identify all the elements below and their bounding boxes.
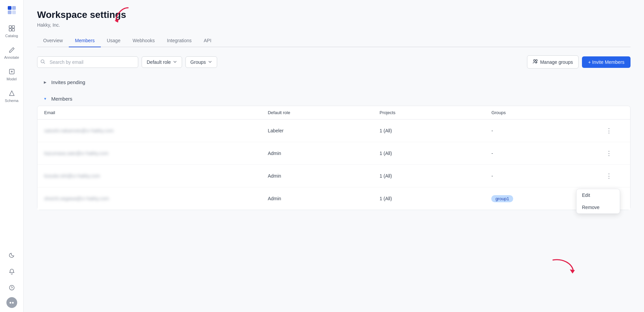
table-row: shoichi.segawa@cr-hakky.com Admin 1 (All…	[37, 187, 630, 210]
row1-more-button[interactable]: ⋮	[603, 126, 615, 136]
row2-projects: 1 (All)	[380, 151, 492, 156]
moon-icon	[8, 251, 16, 259]
svg-point-10	[41, 60, 44, 63]
groups-dropdown[interactable]: Groups	[185, 56, 217, 68]
row2-email: kazumasa.sato@cr-hakky.com	[44, 151, 268, 156]
schema-icon	[8, 89, 16, 97]
header-role: Default role	[268, 110, 380, 115]
context-menu-remove[interactable]: Remove	[577, 201, 620, 213]
table-header: Email Default role Projects Groups	[37, 106, 630, 120]
invites-pending-header[interactable]: Invites pending	[37, 75, 631, 89]
avatar[interactable]: ●●	[6, 297, 17, 308]
tab-overview[interactable]: Overview	[37, 34, 69, 47]
toolbar-right: Manage groups + Invite Members	[527, 55, 631, 69]
main-content: Workspace settings Hakky, Inc. Overview …	[24, 0, 644, 312]
sidebar-item-catalog-label: Catalog	[5, 34, 18, 38]
svg-marker-14	[570, 269, 575, 274]
toolbar-left: Default role Groups	[37, 56, 217, 68]
svg-rect-0	[8, 6, 11, 10]
svg-rect-5	[12, 26, 14, 28]
sidebar-item-notifications[interactable]	[2, 265, 21, 278]
tab-webhooks[interactable]: Webhooks	[126, 34, 161, 47]
default-role-label: Default role	[147, 59, 171, 65]
chevron-down-icon	[173, 59, 177, 65]
chevron-down-members-icon	[42, 96, 48, 102]
header-email: Email	[44, 110, 268, 115]
sidebar-item-annotate-label: Annotate	[4, 55, 19, 59]
avatar-initials: ●●	[9, 300, 14, 305]
row1-projects: 1 (All)	[380, 128, 492, 133]
header-projects: Projects	[380, 110, 492, 115]
tab-integrations[interactable]: Integrations	[161, 34, 198, 47]
page-title: Workspace settings	[37, 9, 631, 20]
tab-api[interactable]: API	[198, 34, 217, 47]
catalog-icon	[8, 24, 16, 32]
svg-rect-4	[9, 26, 11, 28]
row1-groups: -	[491, 128, 603, 133]
row2-more-button[interactable]: ⋮	[603, 148, 615, 158]
sidebar-item-catalog[interactable]: Catalog	[2, 22, 21, 41]
app-logo[interactable]	[6, 4, 18, 16]
sidebar-item-model-label: Model	[7, 77, 17, 81]
context-menu-edit[interactable]: Edit	[577, 189, 620, 201]
search-icon	[40, 59, 45, 65]
table-row: kazumasa.sato@cr-hakky.com Admin 1 (All)…	[37, 142, 630, 165]
sidebar-item-model[interactable]: Model	[2, 65, 21, 84]
chevron-right-icon	[42, 80, 48, 85]
row4-role: Admin	[268, 196, 380, 201]
sidebar-item-schema[interactable]: Schema	[2, 86, 21, 105]
row2-role: Admin	[268, 151, 380, 156]
row2-actions: ⋮	[603, 148, 623, 158]
row3-groups: -	[491, 173, 603, 179]
svg-rect-2	[8, 10, 11, 14]
members-header[interactable]: Members	[37, 92, 631, 106]
search-input[interactable]	[37, 56, 138, 68]
row3-more-button[interactable]: ⋮	[603, 171, 615, 181]
groups-label: Groups	[191, 59, 206, 65]
chevron-down-icon-groups	[208, 59, 212, 65]
row1-email: satoshi.nakamoto@cr-hakky.com	[44, 128, 268, 133]
tab-members[interactable]: Members	[69, 34, 100, 47]
question-icon	[8, 284, 16, 292]
header-actions	[603, 110, 623, 115]
invite-members-label: + Invite Members	[588, 59, 624, 65]
header-groups: Groups	[491, 110, 603, 115]
sidebar-item-annotate[interactable]: Annotate	[2, 43, 21, 62]
page-subtitle: Hakky, Inc.	[37, 22, 631, 28]
sidebar-item-darkmode[interactable]	[2, 249, 21, 262]
row3-role: Admin	[268, 173, 380, 179]
bell-icon	[8, 267, 16, 276]
row3-actions: ⋮	[603, 171, 623, 181]
model-icon	[8, 68, 16, 76]
svg-rect-6	[9, 29, 11, 31]
invites-pending-section: Invites pending	[37, 75, 631, 89]
row4-email: shoichi.segawa@cr-hakky.com	[44, 196, 268, 201]
row3-email: kosuke.ishi@cr-hakky.com	[44, 173, 268, 179]
table-row: satoshi.nakamoto@cr-hakky.com Labeler 1 …	[37, 120, 630, 142]
row1-actions: ⋮	[603, 126, 623, 136]
members-section: Members Email Default role Projects Grou…	[37, 92, 631, 210]
group1-badge: group1	[491, 195, 513, 202]
row1-role: Labeler	[268, 128, 380, 133]
sidebar-item-help[interactable]	[2, 281, 21, 294]
svg-rect-3	[12, 10, 16, 14]
sidebar-item-schema-label: Schema	[5, 99, 18, 103]
sidebar: Catalog Annotate Model Schema	[0, 0, 24, 312]
svg-point-11	[533, 60, 535, 61]
table-row: kosuke.ishi@cr-hakky.com Admin 1 (All) -…	[37, 165, 630, 187]
context-menu: Edit Remove	[576, 189, 620, 214]
svg-rect-7	[12, 29, 14, 31]
members-table: Email Default role Projects Groups satos…	[37, 106, 631, 210]
tab-usage[interactable]: Usage	[101, 34, 126, 47]
invite-members-button[interactable]: + Invite Members	[582, 56, 631, 68]
invites-pending-label: Invites pending	[51, 79, 85, 85]
svg-point-12	[535, 60, 537, 61]
row2-groups: -	[491, 151, 603, 156]
default-role-dropdown[interactable]: Default role	[142, 56, 182, 68]
manage-groups-button[interactable]: Manage groups	[527, 55, 579, 69]
manage-groups-icon	[533, 59, 538, 65]
row4-projects: 1 (All)	[380, 196, 492, 201]
row4-actions: ⋮ Edit Remove	[603, 193, 623, 204]
tabs: Overview Members Usage Webhooks Integrat…	[37, 34, 631, 47]
members-label: Members	[51, 96, 72, 102]
